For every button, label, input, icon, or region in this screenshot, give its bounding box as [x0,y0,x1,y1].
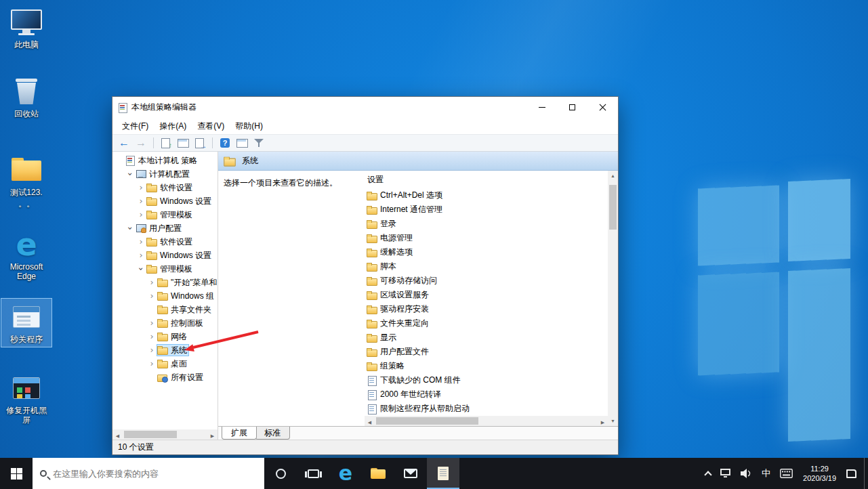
expand-icon[interactable]: › [136,194,146,208]
tab-extended[interactable]: 扩展 [222,427,257,440]
tree-node[interactable]: 所有设置 [157,371,205,383]
setting-item[interactable]: 文件夹重定向 [365,316,608,331]
tree-node[interactable]: 控制面板 [157,317,205,329]
collapse-icon[interactable]: › [134,264,148,274]
minimize-button[interactable] [526,97,557,118]
scroll-left-icon[interactable] [112,430,123,440]
tree-node[interactable]: Windows 设置 [146,195,213,207]
start-button[interactable] [0,458,33,489]
export-list-icon[interactable] [194,137,206,149]
tree-node[interactable]: 管理模板 [146,263,194,275]
expand-icon[interactable]: › [136,249,146,262]
tree-item[interactable]: 共享文件夹 [112,303,218,316]
close-button[interactable] [587,97,618,118]
title-bar[interactable]: 本地组策略编辑器 [112,97,618,118]
setting-item[interactable]: 用户配置文件 [365,345,608,359]
tree-item[interactable]: ›Windows 组 [112,289,218,303]
taskbar-explorer-button[interactable] [362,458,394,489]
tree-item[interactable]: ›Windows 设置 [112,194,218,208]
console-window-icon[interactable] [177,137,189,149]
tree-node[interactable]: 用户配置 [135,222,184,234]
touch-keyboard-button[interactable] [775,458,798,489]
setting-item[interactable]: 登录 [365,217,608,231]
tree-horizontal-scrollbar[interactable] [112,429,218,440]
help-icon[interactable] [219,137,231,149]
setting-item[interactable]: Ctrl+Alt+Del 选项 [365,188,608,203]
setting-item[interactable]: 组策略 [365,359,608,373]
expand-icon[interactable]: › [147,276,157,289]
scroll-thumb[interactable] [376,417,478,425]
collapse-icon[interactable]: › [123,224,137,233]
setting-item[interactable]: 显示 [365,331,608,345]
setting-item[interactable]: 2000 年世纪转译 [365,387,608,402]
task-view-button[interactable] [297,458,329,489]
collapse-icon[interactable]: › [123,169,137,179]
expand-icon[interactable]: › [136,235,146,249]
expand-icon[interactable]: › [147,316,157,330]
tree-item[interactable]: ›管理模板 [112,262,218,276]
filter-icon[interactable] [253,137,265,149]
taskbar-gpedit-button[interactable] [427,458,459,489]
scroll-up-icon[interactable] [608,171,618,181]
content-horizontal-scrollbar[interactable] [365,416,608,426]
tree-item[interactable]: ›控制面板 [112,316,218,330]
tree-item[interactable]: ›Windows 设置 [112,249,218,262]
tree-item[interactable]: ›管理模板 [112,208,218,221]
desktop-icon-recycle-bin[interactable]: 回收站 [1,73,51,121]
back-icon[interactable] [118,137,130,149]
desktop-icon-quick-close[interactable]: 秒关程序 [1,299,51,347]
desktop-icon-edge[interactable]: Microsoft Edge [1,226,51,284]
tree-item[interactable]: ›"开始"菜单和 [112,276,218,289]
tree-node[interactable]: 管理模板 [146,209,194,221]
scroll-right-icon[interactable] [598,417,608,426]
search-input[interactable] [53,469,246,479]
tree-item[interactable]: 所有设置 [112,370,218,384]
expand-icon[interactable]: › [147,343,157,357]
taskbar-search[interactable] [33,458,264,489]
maximize-button[interactable] [557,97,587,118]
scroll-down-icon[interactable] [608,416,618,426]
tray-monitor-button[interactable] [716,458,735,489]
tree-node[interactable]: 系统 [157,344,189,356]
scroll-track[interactable] [608,181,618,416]
setting-item[interactable]: 区域设置服务 [365,288,608,302]
setting-item[interactable]: 驱动程序安装 [365,302,608,316]
tree-item[interactable]: ›软件设置 [112,235,218,249]
setting-item[interactable]: 缓解选项 [365,245,608,259]
setting-item[interactable]: 限制这些程序从帮助启动 [365,402,608,416]
scroll-track[interactable] [123,429,207,440]
tree-node[interactable]: "开始"菜单和 [157,276,218,289]
tree-node[interactable]: 共享文件夹 [157,303,213,316]
menu-action[interactable]: 操作(A) [154,119,192,133]
show-desktop-button[interactable] [864,458,868,489]
tree-item[interactable]: ›计算机配置 [112,167,218,181]
tree-node[interactable]: Windows 组 [157,290,216,302]
taskbar-edge-button[interactable] [329,458,362,489]
ime-mode-button[interactable]: 中 [757,458,775,489]
tab-standard[interactable]: 标准 [255,427,290,440]
scroll-track[interactable] [375,416,598,426]
tree-node[interactable]: 软件设置 [146,236,194,248]
taskbar-clock[interactable]: 11:29 2020/3/19 [798,458,842,489]
expand-icon[interactable]: › [147,357,157,370]
desktop-icon-test-folder[interactable]: 测试123. 。。 [1,152,51,211]
tree-item[interactable]: ›系统 [112,343,218,357]
desktop-icon-fix-black-screen[interactable]: 修复开机黑屏 [1,370,51,427]
menu-file[interactable]: 文件(F) [117,119,154,133]
volume-button[interactable] [735,458,757,489]
cortana-button[interactable] [264,458,297,489]
setting-item[interactable]: 脚本 [365,259,608,274]
tree-item[interactable]: ›网络 [112,330,218,343]
taskbar-mail-button[interactable] [394,458,427,489]
scroll-thumb[interactable] [124,431,177,438]
tree-item[interactable]: ›用户配置 [112,221,218,235]
setting-item[interactable]: 可移动存储访问 [365,274,608,288]
expand-icon[interactable]: › [136,208,146,221]
scroll-left-icon[interactable] [365,417,375,426]
expand-icon[interactable]: › [136,181,146,194]
setting-item[interactable]: 下载缺少的 COM 组件 [365,373,608,387]
tree-node[interactable]: 本地计算机 策略 [124,154,199,167]
tree-node[interactable]: 软件设置 [146,182,194,194]
expand-icon[interactable]: › [147,330,157,343]
menu-help[interactable]: 帮助(H) [230,119,268,133]
